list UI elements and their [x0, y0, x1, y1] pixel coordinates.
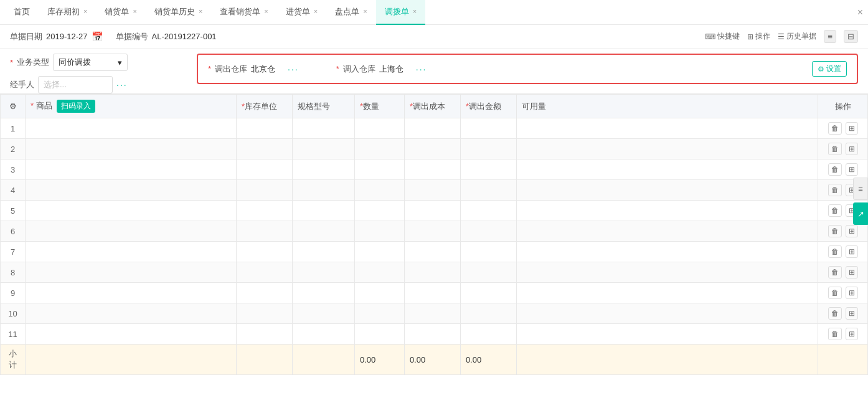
- transfer-out-label: 调出仓库: [215, 64, 247, 75]
- delete-row-btn[interactable]: 🗑: [828, 204, 842, 217]
- transfer-out-more-btn[interactable]: ···: [288, 64, 299, 74]
- row-num: 6: [1, 221, 26, 242]
- subtotal-cost: 0.00: [404, 345, 460, 375]
- copy-row-btn[interactable]: ⊞: [846, 163, 858, 176]
- tab-sales-order[interactable]: 销货单 ×: [96, 0, 145, 25]
- tab-close-inventory-init[interactable]: ×: [83, 8, 87, 15]
- toolbar: 单据日期 2019-12-27 📅 单据编号 AL-20191227-001 ⌨…: [0, 25, 868, 49]
- table-row: 2🗑⊞: [1, 139, 868, 159]
- date-value: 2019-12-27: [46, 32, 88, 41]
- delete-row-btn[interactable]: 🗑: [828, 245, 842, 258]
- docno-label: 单据编号: [116, 31, 148, 42]
- layout-btn[interactable]: ≡: [824, 30, 836, 43]
- copy-row-btn[interactable]: ⊞: [846, 225, 858, 237]
- settings-button[interactable]: ⚙ 设置: [812, 61, 847, 77]
- dropdown-icon: ▾: [118, 58, 122, 67]
- transfer-in-label: 调入仓库: [343, 64, 375, 75]
- table-row: 8🗑⊞: [1, 262, 868, 283]
- form-area: * 业务类型 同价调拨 ▾ 经手人 选择... ···: [0, 49, 868, 93]
- tab-purchase-order[interactable]: 进货单 ×: [277, 0, 326, 25]
- tab-transfer-order[interactable]: 调拨单 ×: [376, 0, 425, 25]
- col-qty: *数量: [354, 95, 404, 118]
- shortcut-icon: ⌨: [705, 32, 715, 41]
- date-label: 单据日期: [10, 31, 42, 42]
- col-amount: *调出金额: [460, 95, 516, 118]
- window-close-button[interactable]: ×: [857, 7, 863, 18]
- tab-inventory-check[interactable]: 盘点单 ×: [326, 0, 375, 25]
- tab-close-purchase-order[interactable]: ×: [314, 8, 318, 15]
- delete-row-btn[interactable]: 🗑: [828, 143, 842, 155]
- tab-close-view-sales[interactable]: ×: [264, 8, 268, 15]
- transfer-in-value: 上海仓: [379, 64, 403, 75]
- delete-row-btn[interactable]: 🗑: [828, 122, 842, 135]
- col-available: 可用量: [516, 95, 818, 118]
- person-more-btn[interactable]: ···: [116, 80, 128, 90]
- items-table: ⚙ * 商品 扫码录入 *库存单位 规格型号 *数量 *调出: [0, 94, 868, 375]
- subtotal-row: 小计 0.00 0.00 0.00: [1, 345, 868, 375]
- biz-type-label: 业务类型: [17, 57, 49, 68]
- ops-btn[interactable]: ⊞ 操作: [747, 31, 770, 42]
- copy-row-btn[interactable]: ⊞: [846, 328, 858, 340]
- row-num: 9: [1, 283, 26, 303]
- date-group: 单据日期 2019-12-27 📅: [10, 31, 103, 42]
- scan-button[interactable]: 扫码录入: [57, 100, 95, 113]
- tab-close-inventory-check[interactable]: ×: [363, 8, 367, 15]
- col-gear[interactable]: ⚙: [1, 95, 26, 118]
- copy-row-btn[interactable]: ⊞: [846, 245, 858, 258]
- delete-row-btn[interactable]: 🗑: [828, 328, 842, 340]
- float-list-btn[interactable]: ≡: [853, 178, 868, 200]
- delete-row-btn[interactable]: 🗑: [828, 266, 842, 278]
- tab-inventory-init[interactable]: 库存期初 ×: [39, 0, 96, 25]
- person-select[interactable]: 选择...: [38, 76, 113, 93]
- biz-type-field: * 业务类型 同价调拨 ▾: [10, 54, 184, 71]
- row-num: 8: [1, 262, 26, 283]
- ops-icon: ⊞: [747, 32, 753, 41]
- transfer-out-field: * 调出仓库 北京仓: [208, 64, 275, 75]
- tab-close-sales-history[interactable]: ×: [199, 8, 202, 15]
- transfer-in-more-btn[interactable]: ···: [416, 64, 427, 74]
- delete-row-btn[interactable]: 🗑: [828, 287, 842, 299]
- tab-bar: 首页 库存期初 × 销货单 × 销货单历史 × 查看销货单 × 进货单 × 盘点…: [0, 0, 868, 25]
- float-expand-btn[interactable]: ↗: [853, 202, 868, 225]
- subtotal-qty: 0.00: [354, 345, 404, 375]
- table-row: 10🗑⊞: [1, 303, 868, 324]
- copy-row-btn[interactable]: ⊞: [846, 307, 858, 320]
- tab-close-sales-order[interactable]: ×: [133, 8, 136, 15]
- docno-value: AL-20191227-001: [152, 32, 217, 41]
- tab-view-sales[interactable]: 查看销货单 ×: [211, 0, 276, 25]
- delete-row-btn[interactable]: 🗑: [828, 163, 842, 176]
- table-header-row: ⚙ * 商品 扫码录入 *库存单位 规格型号 *数量 *调出: [1, 95, 868, 118]
- person-field: 经手人 选择... ···: [10, 76, 184, 93]
- shortcut-btn[interactable]: ⌨ 快捷键: [705, 31, 740, 42]
- delete-row-btn[interactable]: 🗑: [828, 307, 842, 320]
- gear-icon[interactable]: ⚙: [9, 102, 17, 111]
- copy-row-btn[interactable]: ⊞: [846, 143, 858, 155]
- row-num: 10: [1, 303, 26, 324]
- table-row: 4🗑⊞: [1, 180, 868, 201]
- row-num: 2: [1, 139, 26, 159]
- col-product: * 商品 扫码录入: [26, 95, 237, 118]
- warehouse-form: * 调出仓库 北京仓 ··· * 调入仓库 上海仓 ··· ⚙ 设置: [197, 54, 858, 84]
- table-row: 11🗑⊞: [1, 324, 868, 345]
- copy-row-btn[interactable]: ⊞: [846, 287, 858, 299]
- copy-row-btn[interactable]: ⊞: [846, 266, 858, 278]
- transfer-in-required: *: [336, 64, 339, 74]
- col-cost: *调出成本: [404, 95, 460, 118]
- transfer-in-field: * 调入仓库 上海仓: [336, 64, 403, 75]
- tab-home[interactable]: 首页: [5, 0, 39, 25]
- table-row: 6🗑⊞: [1, 221, 868, 242]
- toolbar-right: ⌨ 快捷键 ⊞ 操作 ☰ 历史单据 ≡ ⊟: [705, 30, 858, 43]
- layout-grid-btn[interactable]: ⊟: [844, 30, 858, 43]
- settings-icon: ⚙: [818, 65, 824, 74]
- calendar-icon[interactable]: 📅: [92, 31, 103, 42]
- copy-row-btn[interactable]: ⊞: [846, 122, 858, 135]
- delete-row-btn[interactable]: 🗑: [828, 225, 842, 237]
- delete-row-btn[interactable]: 🗑: [828, 184, 842, 196]
- biz-type-select[interactable]: 同价调拨 ▾: [53, 54, 128, 71]
- docno-group: 单据编号 AL-20191227-001: [116, 31, 217, 42]
- tab-sales-history[interactable]: 销货单历史 ×: [146, 0, 211, 25]
- table-row: 1🗑⊞: [1, 118, 868, 139]
- history-btn[interactable]: ☰ 历史单据: [778, 31, 816, 42]
- tab-close-transfer-order[interactable]: ×: [413, 8, 417, 15]
- table-row: 7🗑⊞: [1, 242, 868, 262]
